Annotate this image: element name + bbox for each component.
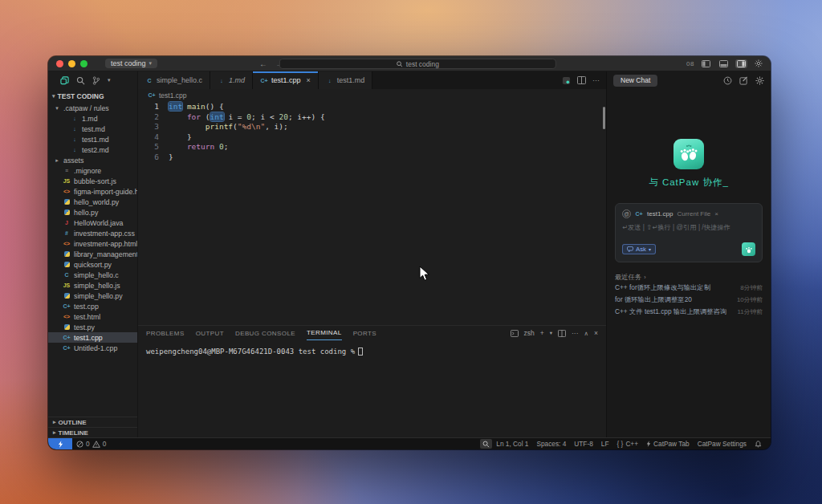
encoding[interactable]: UTF-8 [570,440,597,448]
tab-test1.md[interactable]: ↓test1.md [319,71,373,89]
close-window-button[interactable] [56,60,63,67]
tab-simple_hello.c[interactable]: Csimple_hello.c [138,71,210,89]
file-row-hello_world.py[interactable]: hello_world.py [48,197,137,207]
recent-tasks-header[interactable]: 最近任务 › [615,273,763,282]
shell-label[interactable]: zsh [524,329,535,337]
code-line-5[interactable]: 5 return 0; [138,142,606,152]
toggle-primary-sidebar-icon[interactable] [700,59,712,68]
remote-indicator[interactable] [48,438,72,449]
file-row-figma-import-guide.h...[interactable]: <>figma-import-guide.h... [48,186,137,197]
tab-test1.cpp[interactable]: C+test1.cpp× [253,71,319,89]
code-line-6[interactable]: 6} [138,152,606,163]
file-row-Untitled-1.cpp[interactable]: C+Untitled-1.cpp [48,343,137,353]
file-row-investment-app.css[interactable]: #investment-app.css [48,228,137,238]
code-line-4[interactable]: 4 } [138,132,606,143]
command-center-search[interactable]: test coding [279,59,556,69]
errors-icon [76,441,83,448]
task-row[interactable]: C++ for循环上限修改与输出定制8分钟前 [615,282,763,294]
panel-more-icon[interactable]: ··· [572,329,579,337]
file-row-test.py[interactable]: test.py [48,322,137,332]
run-file-icon[interactable] [562,76,571,85]
panel-tab-terminal[interactable]: TERMINAL [307,326,342,340]
file-row-HelloWorld.java[interactable]: JHelloWorld.java [48,217,137,228]
file-row-investment-app.html[interactable]: <>investment-app.html [48,238,137,249]
terminal-output[interactable]: weipengcheng04@MBP-M67G46421D-0043 test … [138,340,606,437]
file-row-simple_hello.py[interactable]: simple_hello.py [48,291,137,301]
maximize-panel-icon[interactable]: ∧ [584,330,589,337]
toggle-panel-icon[interactable] [718,59,730,68]
catpaw-settings-status[interactable]: CatPaw Settings [694,440,751,448]
source-control-branch-icon[interactable] [92,76,100,85]
file-row-test.cpp[interactable]: C+test.cpp [48,301,137,311]
panel-tab-debug-console[interactable]: DEBUG CONSOLE [235,326,295,340]
tab-strip: Csimple_hello.c↓1.mdC+test1.cpp×↓test1.m… [138,71,606,89]
file-row-simple_hello.c[interactable]: Csimple_hello.c [48,270,137,280]
language-mode[interactable]: { } C++ [613,440,643,448]
minimize-window-button[interactable] [68,60,75,67]
outline-section[interactable]: ▸ OUTLINE [48,417,137,427]
file-row-simple_hello.js[interactable]: JSsimple_hello.js [48,280,137,291]
file-row-test1.cpp[interactable]: C+test1.cpp [48,332,137,343]
indentation[interactable]: Spaces: 4 [532,440,570,448]
catpaw-settings-gear-icon[interactable] [755,76,764,85]
file-row-test1.md[interactable]: ↓test1.md [48,134,137,144]
more-views-chevron-icon[interactable]: ▾ [108,77,111,83]
workspace-root-header[interactable]: ▾ TEST CODING [48,89,137,103]
file-row-test.md[interactable]: ↓test.md [48,124,137,134]
task-row[interactable]: for 循环输出上限调整至2010分钟前 [615,294,763,306]
file-row-1.md[interactable]: ↓1.md [48,113,137,124]
terminal-dropdown-icon[interactable]: ▾ [550,330,552,336]
file-row-quicksort.py[interactable]: quicksort.py [48,259,137,270]
breadcrumb[interactable]: C+ test1.cpp [138,89,606,101]
eol-sequence[interactable]: LF [597,440,613,448]
chat-input-card[interactable]: @ C+ test1.cpp Current File × ↵发送 | ⇧↵换行… [615,203,763,262]
file-row-test.html[interactable]: <>test.html [48,311,137,322]
mode-selector[interactable]: Ask ▾ [622,244,656,254]
editor-scrollbar[interactable] [603,107,605,129]
zoom-window-button[interactable] [80,60,87,67]
back-icon[interactable]: ← [259,59,267,68]
file-row-.mignore[interactable]: ≡.mignore [48,165,137,176]
file-row-test2.md[interactable]: ↓test2.md [48,144,137,155]
remote-lightning-icon [58,441,63,448]
panel-tab-ports[interactable]: PORTS [353,326,376,340]
toggle-secondary-sidebar-icon[interactable] [735,59,747,68]
terminal-controls: zsh + ▾ ··· ∧ × [511,329,598,337]
send-button[interactable] [742,242,755,256]
catpaw-tab-status[interactable]: CatPaw Tab [642,440,694,448]
explorer-icon[interactable] [60,76,69,85]
panel-tab-output[interactable]: OUTPUT [196,326,224,340]
workspace-title-menu[interactable]: test coding ▾ [105,59,157,68]
new-chat-button[interactable]: New Chat [613,75,657,87]
problems-indicator[interactable]: 0 0 [72,440,110,448]
close-panel-icon[interactable]: × [594,329,598,337]
tab-1.md[interactable]: ↓1.md [210,71,253,89]
remove-context-icon[interactable]: × [714,210,718,217]
folder-row-.catpaw / rules[interactable]: ▾.catpaw / rules [48,103,137,113]
split-terminal-icon[interactable] [558,330,566,337]
timeline-section[interactable]: ▸ TIMELINE [48,427,137,437]
cursor-position[interactable]: Ln 1, Col 1 [492,440,532,448]
code-editor[interactable]: 1int main() {2 for (int i = 0; i < 20; i… [138,101,606,325]
mention-icon[interactable]: @ [622,209,631,218]
close-tab-icon[interactable]: × [307,76,311,84]
new-terminal-icon[interactable]: + [540,329,544,337]
folder-row-assets[interactable]: ▸assets [48,155,137,165]
task-row[interactable]: C++ 文件 test1.cpp 输出上限调整咨询11分钟前 [615,306,763,318]
file-row-library_management...[interactable]: library_management... [48,249,137,259]
more-actions-icon[interactable]: ··· [592,76,600,84]
new-edit-icon[interactable] [739,76,748,85]
tab-label: test1.cpp [271,76,301,84]
code-line-3[interactable]: 3 printf("%d\n", i); [138,122,606,132]
panel-tab-problems[interactable]: PROBLEMS [146,326,185,340]
split-editor-icon[interactable] [577,76,586,84]
file-row-bubble-sort.js[interactable]: JSbubble-sort.js [48,176,137,186]
code-line-2[interactable]: 2 for (int i = 0; i < 20; i++) { [138,112,606,123]
file-row-hello.py[interactable]: hello.py [48,207,137,217]
code-line-1[interactable]: 1int main() { [138,102,606,112]
customize-layout-gear-icon[interactable] [753,59,764,68]
history-icon[interactable] [723,76,732,85]
search-view-icon[interactable] [76,76,85,85]
zoom-indicator[interactable] [480,439,492,449]
notifications-bell-icon[interactable] [751,441,766,448]
